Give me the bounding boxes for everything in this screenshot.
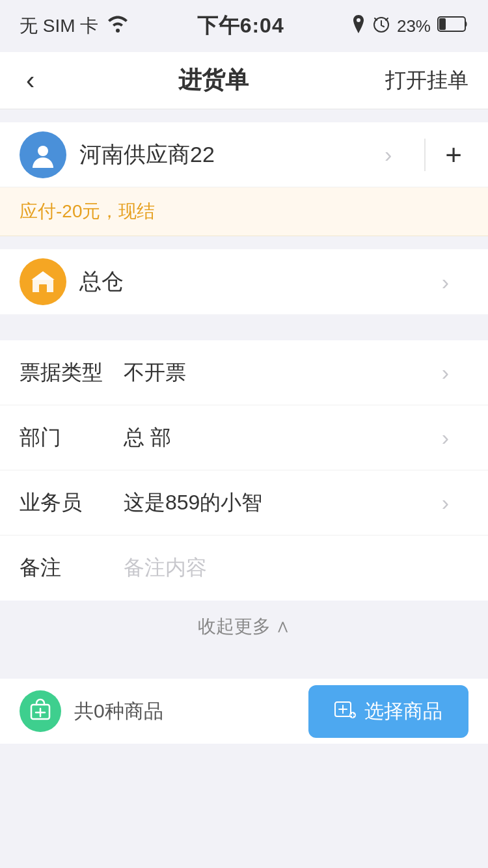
supplier-chevron-icon: › xyxy=(385,142,392,167)
invoice-row[interactable]: 票据类型 不开票 › xyxy=(0,340,488,405)
warehouse-section: 总仓 › xyxy=(0,249,488,314)
svg-rect-2 xyxy=(439,18,446,30)
status-left: 无 SIM 卡 xyxy=(20,14,129,38)
product-footer: 共0种商品 选择商品 xyxy=(0,679,488,744)
carrier-label: 无 SIM 卡 xyxy=(20,14,98,38)
divider xyxy=(424,139,426,171)
wifi-icon xyxy=(106,16,129,37)
select-product-label: 选择商品 xyxy=(364,698,442,725)
mid-divider2 xyxy=(0,314,488,327)
sales-chevron-icon: › xyxy=(442,490,449,515)
collapse-button[interactable]: 收起更多 ∧ xyxy=(0,601,488,653)
remaining-background xyxy=(0,744,488,868)
battery-percent: 23% xyxy=(397,16,431,36)
form-section: 票据类型 不开票 › 部门 总 部 › 业务员 这是859的小智 › 备注 备注… xyxy=(0,340,488,601)
status-right: 23% xyxy=(351,15,468,38)
warehouse-icon xyxy=(20,258,66,305)
warehouse-row[interactable]: 总仓 › xyxy=(0,249,488,314)
sales-row[interactable]: 业务员 这是859的小智 › xyxy=(0,470,488,536)
remark-row[interactable]: 备注 备注内容 xyxy=(0,536,488,601)
page-title: 进货单 xyxy=(178,64,249,96)
invoice-chevron-icon: › xyxy=(442,360,449,385)
battery-icon xyxy=(437,16,468,37)
remark-label: 备注 xyxy=(20,554,111,582)
nav-bar: ‹ 进货单 打开挂单 xyxy=(0,52,488,109)
collapse-label: 收起更多 ∧ xyxy=(198,614,291,639)
back-button[interactable]: ‹ xyxy=(20,59,41,102)
sales-label: 业务员 xyxy=(20,489,111,517)
dept-chevron-icon: › xyxy=(442,425,449,450)
warehouse-name: 总仓 xyxy=(79,267,442,297)
add-supplier-button[interactable]: + xyxy=(439,135,468,174)
location-icon xyxy=(351,15,366,38)
invoice-value: 不开票 xyxy=(124,359,442,387)
notice-banner: 应付-20元，现结 xyxy=(0,187,488,236)
top-divider xyxy=(0,109,488,122)
status-bar: 无 SIM 卡 下午6:04 23% xyxy=(0,0,488,52)
invoice-label: 票据类型 xyxy=(20,359,111,387)
sales-value: 这是859的小智 xyxy=(124,489,442,517)
dept-label: 部门 xyxy=(20,424,111,452)
supplier-row[interactable]: 河南供应商22 › + xyxy=(0,122,488,187)
supplier-name: 河南供应商22 xyxy=(79,140,385,170)
select-product-button[interactable]: 选择商品 xyxy=(308,685,468,738)
alarm-icon xyxy=(372,15,390,38)
product-icon xyxy=(20,690,61,732)
warehouse-chevron-icon: › xyxy=(442,269,449,295)
supplier-section: 河南供应商22 › + 应付-20元，现结 xyxy=(0,122,488,236)
mid-divider1 xyxy=(0,236,488,249)
bottom-divider xyxy=(0,653,488,666)
dept-row[interactable]: 部门 总 部 › xyxy=(0,405,488,470)
product-count-label: 共0种商品 xyxy=(74,698,308,725)
open-pending-button[interactable]: 打开挂单 xyxy=(385,66,468,95)
dept-value: 总 部 xyxy=(124,424,442,452)
select-product-icon xyxy=(334,699,357,724)
remark-input[interactable]: 备注内容 xyxy=(124,554,468,582)
notice-text: 应付-20元，现结 xyxy=(20,201,155,221)
svg-point-3 xyxy=(38,146,48,156)
supplier-avatar xyxy=(20,131,66,178)
status-time: 下午6:04 xyxy=(197,12,284,40)
svg-rect-4 xyxy=(39,284,47,292)
